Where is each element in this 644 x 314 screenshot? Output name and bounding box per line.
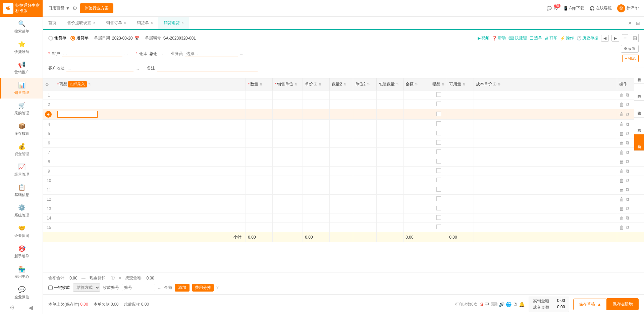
copy-row-btn-3[interactable]: ⧉	[626, 112, 629, 117]
sidebar-item-system[interactable]: ⚙️系统管理	[0, 201, 43, 221]
type-sale-radio[interactable]: 销货单	[48, 35, 66, 41]
amount-cell-3[interactable]	[404, 109, 430, 120]
unit-cell-13[interactable]	[273, 204, 303, 213]
cost-price-cell-4[interactable]	[474, 120, 617, 129]
unit-cell-7[interactable]	[273, 148, 303, 157]
price-sort-icon[interactable]: ⇅	[319, 82, 321, 86]
unit-cell-3[interactable]	[273, 109, 303, 120]
copy-row-btn-14[interactable]: ⧉	[626, 215, 629, 221]
tab-sales-return[interactable]: 销货退货×	[158, 17, 189, 30]
pack-qty-cell-1[interactable]	[377, 90, 404, 100]
product-cell-7[interactable]	[55, 148, 246, 157]
qty2-cell-14[interactable]	[330, 213, 353, 223]
qty-cell-5[interactable]	[246, 129, 273, 138]
calc-method-select[interactable]: 结算方式	[73, 284, 100, 292]
scan-btn[interactable]: 扫码录入	[68, 81, 87, 87]
delete-row-btn-12[interactable]: 🗑	[619, 197, 624, 202]
price-cell-5[interactable]	[303, 129, 330, 138]
add-logistics-btn[interactable]: + 物流	[622, 55, 639, 62]
price-cell-10[interactable]	[303, 176, 330, 185]
user-menu[interactable]: 徐 徐泽华	[617, 4, 639, 12]
setting-btn[interactable]: ⚙ 设置	[621, 45, 639, 53]
float-btn-attachment[interactable]: 附件	[634, 84, 644, 101]
float-btn-message[interactable]: 消息	[634, 117, 644, 134]
price-cell-11[interactable]	[303, 185, 330, 195]
qty2-cell-13[interactable]	[330, 204, 353, 213]
product-cell-8[interactable]	[55, 157, 246, 167]
amount-cell-1[interactable]	[404, 90, 430, 100]
topbar-gear-icon[interactable]: ⚙	[72, 5, 77, 11]
copy-row-btn-10[interactable]: ⧉	[626, 178, 629, 183]
pack-qty-cell-13[interactable]	[377, 204, 404, 213]
pack-qty-cell-11[interactable]	[377, 185, 404, 195]
unit2-cell-9[interactable]	[353, 167, 377, 176]
copy-row-btn-1[interactable]: ⧉	[626, 92, 629, 98]
available-cell-4[interactable]	[447, 120, 474, 129]
qty-cell-11[interactable]	[246, 185, 273, 195]
amount-cell-7[interactable]	[404, 148, 430, 157]
pack-qty-cell-7[interactable]	[377, 148, 404, 157]
unit-cell-1[interactable]	[273, 90, 303, 100]
available-cell-5[interactable]	[447, 129, 474, 138]
account-more-btn[interactable]: ...	[158, 285, 161, 290]
tab-close-sales-order[interactable]: ×	[124, 21, 126, 25]
qty-sort-icon[interactable]: ⇅	[260, 82, 262, 86]
amount-cell-9[interactable]	[404, 167, 430, 176]
product-cell-13[interactable]	[55, 204, 246, 213]
gift-cell-3[interactable]	[430, 109, 447, 120]
gift-cell-1[interactable]	[430, 90, 447, 100]
delete-row-btn-1[interactable]: 🗑	[619, 92, 624, 98]
cost-price-cell-14[interactable]	[474, 213, 617, 223]
copy-row-btn-8[interactable]: ⧉	[626, 159, 629, 165]
cost-price-cell-12[interactable]	[474, 195, 617, 204]
operate-link[interactable]: ⚡ 操作	[560, 35, 574, 41]
pack-qty-cell-2[interactable]	[377, 100, 404, 109]
float-btn-collection[interactable]: 收藏	[634, 101, 644, 117]
sidebar-item-enterprise[interactable]: 🤝企业协同	[0, 221, 43, 242]
amount-cell-6[interactable]	[404, 138, 430, 148]
copy-row-btn-13[interactable]: ⧉	[626, 206, 629, 211]
gift-checkbox-5[interactable]	[436, 131, 441, 135]
sidebar-item-finance[interactable]: 💰资金管理	[0, 139, 43, 160]
video-link[interactable]: ▶ 视频	[478, 35, 489, 41]
print-link[interactable]: 🖨 打印	[545, 35, 557, 41]
fee-btn[interactable]: 费用分摊	[192, 284, 214, 292]
copy-row-btn-11[interactable]: ⧉	[626, 187, 629, 193]
staff-more-btn[interactable]: ...	[240, 51, 243, 56]
qty2-cell-11[interactable]	[330, 185, 353, 195]
note-input[interactable]	[157, 65, 258, 71]
tab-sales-order[interactable]: 销售订单×	[101, 17, 131, 30]
product-cell-6[interactable]	[55, 138, 246, 148]
customer-input[interactable]	[62, 51, 122, 57]
gift-cell-9[interactable]	[430, 167, 447, 176]
gift-checkbox-4[interactable]	[436, 121, 441, 126]
qty-cell-15[interactable]	[246, 223, 273, 232]
price-cell-6[interactable]	[303, 138, 330, 148]
gift-checkbox-13[interactable]	[436, 206, 441, 210]
gift-checkbox-7[interactable]	[436, 149, 441, 154]
unit-cell-4[interactable]	[273, 120, 303, 129]
sidebar-item-shortcut[interactable]: ⭐快捷导航	[0, 37, 43, 58]
unit2-cell-14[interactable]	[353, 213, 377, 223]
one-click-payment-checkbox[interactable]: 一键收款	[48, 285, 70, 291]
shortcut-link[interactable]: ⌨ 快捷键	[508, 35, 527, 41]
float-btn-template[interactable]: 模板	[634, 67, 644, 84]
qty2-cell-12[interactable]	[330, 195, 353, 204]
gift-cell-15[interactable]	[430, 223, 447, 232]
gift-sort-icon[interactable]: ⇅	[442, 82, 444, 86]
cost-price-cell-8[interactable]	[474, 157, 617, 167]
gift-checkbox-9[interactable]	[436, 168, 441, 173]
gift-cell-10[interactable]	[430, 176, 447, 185]
copy-row-btn-5[interactable]: ⧉	[626, 131, 629, 136]
delete-row-btn-9[interactable]: 🗑	[619, 169, 624, 174]
qty2-cell-15[interactable]	[330, 223, 353, 232]
qty-cell-13[interactable]	[246, 204, 273, 213]
gift-cell-13[interactable]	[430, 204, 447, 213]
view-toggle-list[interactable]: ≡	[622, 34, 628, 42]
industry-dropdown[interactable]: 日用百货 ▼	[48, 5, 70, 11]
next-btn[interactable]: ▶	[611, 35, 619, 42]
delete-row-btn-15[interactable]: 🗑	[619, 225, 624, 230]
qty-cell-2[interactable]	[246, 100, 273, 109]
online-service-link[interactable]: 🎧 在线客服	[590, 5, 612, 11]
pack-qty-cell-14[interactable]	[377, 213, 404, 223]
